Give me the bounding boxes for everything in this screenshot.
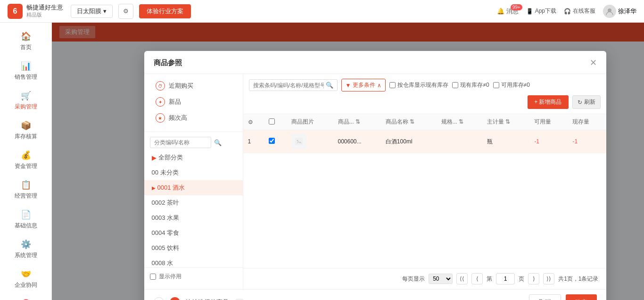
- branch-selector[interactable]: 日太阳膜 ▾: [71, 5, 113, 18]
- product-reference-modal: 商品参照 ✕ ⏱ 近期购买 ✦ 新品: [106, 42, 644, 300]
- cancel-button[interactable]: 取消: [529, 294, 561, 300]
- online-service-button[interactable]: 🎧 在线客服: [564, 7, 595, 15]
- col-name[interactable]: 商品名称 ⇅: [381, 114, 437, 130]
- prev-page-button[interactable]: ⟨: [471, 273, 483, 284]
- sidebar-item-sales[interactable]: 📊 销售管理: [0, 56, 51, 86]
- left-panel-top: ⏱ 近期购买 ✦ 新品 ★ 频次高: [144, 78, 243, 130]
- category-fruit[interactable]: 0003 水果: [144, 210, 243, 225]
- sidebar-item-basic-info[interactable]: 📄 基础信息: [0, 205, 51, 234]
- topnav-right: 🔔 消息 99+ 📱 App下载 🎧 在线客服 徐泽华: [497, 5, 636, 18]
- filter-usable-label[interactable]: 可用库存≠0: [493, 81, 530, 89]
- quick-recent-purchase[interactable]: ⏱ 近期购买: [150, 78, 237, 94]
- table-header-row: ⚙ 商品图片 商品... ⇅ 商品名称 ⇅: [243, 114, 606, 130]
- category-water[interactable]: 0008 水: [144, 256, 243, 267]
- content-area: 采购管理 商品参照 ✕ ⏱ 近期购买: [52, 23, 644, 300]
- help-button[interactable]: ?: [154, 297, 164, 300]
- toolbar-right: + 新增商品 ↻ 刷新: [528, 95, 600, 109]
- page-size-label: 每页显示: [402, 275, 425, 283]
- filter-warehouse-checkbox[interactable]: [389, 82, 396, 88]
- modal-box: 商品参照 ✕ ⏱ 近期购买 ✦ 新品: [144, 51, 606, 300]
- sidebar-item-finance[interactable]: 💰 资金管理: [0, 145, 51, 175]
- settings-button[interactable]: ⚙: [118, 4, 133, 19]
- row-checkbox[interactable]: [269, 138, 275, 144]
- filter-available-label[interactable]: 现有库存≠0: [452, 81, 489, 89]
- product-thumbnail: [291, 134, 306, 149]
- finance-icon: 💰: [21, 150, 31, 160]
- refresh-button[interactable]: ↻ 刷新: [572, 95, 601, 109]
- avatar: [603, 5, 616, 18]
- top-navigation: 6 畅捷通好生意 精品版 日太阳膜 ▾ ⚙ 体验行业方案 🔔 消息 99+ 📱 …: [0, 0, 644, 23]
- product-search-input[interactable]: [253, 82, 324, 89]
- sidebar-item-guide[interactable]: 🎯 新手引导: [0, 294, 51, 300]
- cart-button[interactable]: 🛒: [170, 297, 180, 300]
- page-label-suffix: 页: [519, 275, 524, 283]
- product-table-wrap: ⚙ 商品图片 商品... ⇅ 商品名称 ⇅: [243, 114, 606, 268]
- left-panel: ⏱ 近期购买 ✦ 新品 ★ 频次高: [144, 74, 243, 289]
- select-all-checkbox[interactable]: [269, 118, 275, 125]
- filter-available-checkbox[interactable]: [452, 82, 458, 88]
- svg-rect-1: [295, 138, 303, 145]
- col-code[interactable]: 商品... ⇅: [333, 114, 381, 130]
- next-page-button[interactable]: ⟩: [528, 273, 539, 284]
- col-stock[interactable]: 现存量: [568, 114, 606, 130]
- refresh-icon: ↻: [578, 99, 582, 106]
- sidebar-item-procurement[interactable]: 🛒 采购管理: [0, 86, 51, 116]
- row-code: 000600...: [333, 130, 381, 153]
- collapse-footer-button[interactable]: ∧: [250, 298, 256, 300]
- sidebar-item-enterprise[interactable]: 🤝 企业协同: [0, 264, 51, 294]
- last-page-button[interactable]: ⟩⟩: [543, 273, 554, 284]
- row-unit: 瓶: [482, 130, 529, 153]
- col-unit[interactable]: 主计量 ⇅: [482, 114, 529, 130]
- page-number-input[interactable]: [496, 273, 515, 284]
- add-product-button[interactable]: + 新增商品: [528, 95, 568, 109]
- modal-close-button[interactable]: ✕: [590, 58, 597, 68]
- continuous-label: 连续选择的商品: [186, 298, 229, 300]
- row-available: -1: [529, 130, 568, 153]
- category-all[interactable]: ▶ 全部分类: [144, 150, 243, 165]
- sidebar-item-operations[interactable]: 📋 经营管理: [0, 175, 51, 205]
- quick-high-frequency[interactable]: ★ 频次高: [150, 110, 237, 126]
- modal-header: 商品参照 ✕: [144, 51, 606, 74]
- col-spec[interactable]: 规格... ⇅: [437, 114, 482, 130]
- filter-warehouse-label[interactable]: 按仓库显示现有库存: [389, 81, 448, 89]
- category-tea[interactable]: 0002 茶叶: [144, 195, 243, 210]
- col-available[interactable]: 可用量: [529, 114, 568, 130]
- col-checkbox[interactable]: [264, 114, 287, 130]
- home-icon: 🏠: [21, 31, 31, 42]
- procurement-icon: 🛒: [21, 91, 31, 101]
- table-row[interactable]: 1 000600... 白酒100ml: [243, 130, 606, 153]
- category-search-input[interactable]: [150, 137, 211, 148]
- show-disabled-checkbox[interactable]: [150, 274, 156, 280]
- category-search-icon[interactable]: 🔍: [214, 139, 222, 146]
- pagination: 每页显示 50 100 200 ⟨⟨ ⟨ 第 页 ⟩: [243, 268, 606, 289]
- operations-icon: 📋: [21, 180, 31, 190]
- filter-more-button[interactable]: ▼ 更多条件 ∧: [341, 79, 386, 92]
- col-image: 商品图片: [287, 114, 333, 130]
- phone-icon: 📱: [526, 8, 533, 15]
- sidebar-item-system[interactable]: ⚙️ 系统管理: [0, 234, 51, 264]
- row-checkbox-cell[interactable]: [264, 130, 287, 153]
- footer-right: 取消 确定: [529, 294, 597, 300]
- row-spec: [437, 130, 482, 153]
- category-drinks[interactable]: 0005 饮料: [144, 241, 243, 256]
- col-settings[interactable]: ⚙: [243, 114, 264, 130]
- filter-usable-checkbox[interactable]: [493, 82, 499, 88]
- sidebar-item-home[interactable]: 🏠 首页: [0, 26, 51, 56]
- user-menu[interactable]: 徐泽华: [603, 5, 636, 18]
- page-size-select[interactable]: 50 100 200: [429, 274, 453, 284]
- notifications-button[interactable]: 🔔 消息 99+: [497, 7, 519, 16]
- app-download-button[interactable]: 📱 App下载: [526, 7, 556, 15]
- new-icon: ✦: [156, 97, 165, 107]
- page-label: 第: [487, 275, 492, 283]
- notification-badge: 99+: [511, 4, 522, 10]
- first-page-button[interactable]: ⟨⟨: [456, 273, 468, 284]
- category-liquor[interactable]: ▶ 0001 酒水: [144, 180, 243, 195]
- category-uncategorized[interactable]: 00 未分类: [144, 165, 243, 180]
- product-search-wrap: 🔍: [249, 79, 338, 91]
- confirm-button[interactable]: 确定: [566, 294, 597, 300]
- quick-new-products[interactable]: ✦ 新品: [150, 94, 237, 110]
- row-name: 白酒100ml: [381, 130, 437, 153]
- trial-button[interactable]: 体验行业方案: [139, 4, 191, 18]
- category-snacks[interactable]: 0004 零食: [144, 225, 243, 241]
- sidebar-item-inventory[interactable]: 📦 库存核算: [0, 116, 51, 145]
